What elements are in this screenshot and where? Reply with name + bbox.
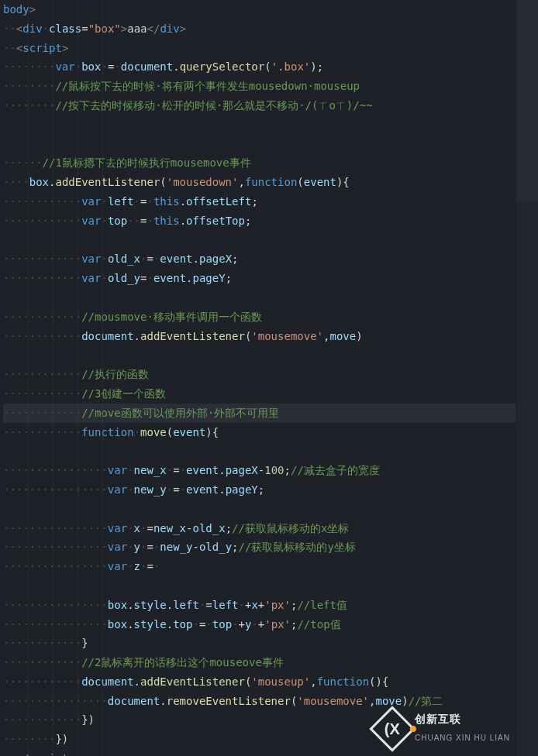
- token-dots: ·: [127, 483, 133, 496]
- code-line[interactable]: ········//鼠标按下去的时候·将有两个事件发生mousedown·mou…: [3, 77, 516, 96]
- token-var: left: [108, 195, 134, 208]
- code-line[interactable]: ················var·x·=new_x-old_x;//获取鼠…: [3, 519, 516, 538]
- code-line[interactable]: ····box.addEventListener('mousedown',fun…: [3, 173, 516, 192]
- code-line[interactable]: [3, 576, 516, 596]
- token-var: document: [121, 60, 173, 73]
- code-line[interactable]: ················var·y·=·new_y-old_y;//获取…: [3, 538, 516, 557]
- code-line[interactable]: [3, 442, 516, 461]
- token-dots: ·: [251, 618, 257, 631]
- code-line[interactable]: [3, 115, 516, 135]
- token-punct: .: [134, 330, 140, 342]
- token-str: 'mousedown': [167, 176, 239, 188]
- token-tag: >: [62, 42, 68, 54]
- token-dots: ·: [205, 618, 212, 631]
- code-line[interactable]: ················var·new_x·=·event.pageX-…: [3, 461, 516, 480]
- token-str: 'mouseup': [251, 675, 310, 688]
- code-line[interactable]: ················box.style.left·=left·+x+…: [3, 596, 516, 615]
- code-line[interactable]: ··<script>: [3, 39, 516, 58]
- code-line[interactable]: ············//mousmove·移动事件调用一个函数: [3, 308, 516, 327]
- token-punct: );: [310, 60, 323, 73]
- code-line[interactable]: ············//执行的函数: [3, 365, 516, 384]
- token-dots: ·: [180, 464, 186, 476]
- token-kw: this: [153, 215, 180, 227]
- code-line[interactable]: [3, 231, 516, 250]
- token-var: new_x: [153, 522, 186, 534]
- code-line[interactable]: ············//2鼠标离开的话移出这个mouseove事件: [3, 653, 516, 672]
- code-line[interactable]: ················box.style.top·=·top·+y·+…: [3, 615, 516, 634]
- code-line[interactable]: [3, 345, 516, 365]
- code-line[interactable]: ················var·new_y·=·event.pageY;: [3, 480, 516, 500]
- code-line[interactable]: [3, 135, 516, 154]
- token-var: y: [134, 541, 140, 553]
- token-var: top: [108, 215, 127, 227]
- token-dots: ·: [147, 215, 153, 227]
- token-elem: div: [22, 22, 42, 35]
- code-line[interactable]: ············var·left·=·this.offsetLeft;: [3, 192, 516, 211]
- code-line[interactable]: ············var·old_y=·event.pageY;: [3, 269, 516, 288]
- code-line[interactable]: body>: [3, 0, 516, 19]
- token-kw: var: [108, 464, 127, 476]
- token-var: document: [81, 675, 133, 688]
- token-fn: addEventListener: [55, 176, 160, 188]
- token-punct: ;: [232, 541, 238, 553]
- code-line[interactable]: ············document.addEventListener('m…: [3, 672, 516, 692]
- code-line[interactable]: ········//按下去的时候移动·松开的时候·那么就是不移动·/(ㄒoㄒ)/…: [3, 96, 516, 115]
- code-line[interactable]: ······//1鼠标摁下去的时候执行mousemove事件: [3, 153, 516, 173]
- token-tag: >: [180, 22, 186, 35]
- token-kw: var: [108, 541, 127, 553]
- code-line[interactable]: ················var·z·=·: [3, 557, 516, 576]
- token-num: 100: [264, 464, 284, 476]
- token-tag: </: [147, 22, 160, 35]
- minimap-viewport-indicator[interactable]: [516, 0, 538, 201]
- code-line[interactable]: ············var·old_x·=·event.pageX;: [3, 249, 516, 269]
- token-dots: ·: [167, 483, 173, 496]
- token-punct: ;: [226, 522, 232, 534]
- token-punct: +: [258, 599, 264, 611]
- token-punct: .: [173, 60, 179, 73]
- token-var: left: [212, 599, 239, 611]
- token-dots: ·: [127, 522, 133, 534]
- code-line[interactable]: [3, 500, 516, 519]
- code-line[interactable]: ··</script>: [3, 749, 516, 756]
- code-line[interactable]: ················document.removeEventList…: [3, 692, 516, 711]
- token-cmt: //mousmove·移动事件调用一个函数: [81, 311, 262, 323]
- token-var: new_y: [160, 541, 192, 553]
- token-cmt: //执行的函数: [81, 368, 149, 380]
- code-line[interactable]: ············function·move(event){: [3, 423, 516, 442]
- token-var: pageY: [226, 483, 258, 496]
- token-tag: >: [29, 3, 36, 15]
- code-line[interactable]: ········var·box·=·document.querySelector…: [3, 57, 516, 77]
- token-punct: }): [81, 713, 95, 726]
- code-line[interactable]: [3, 288, 516, 308]
- code-line[interactable]: ············//move函数可以使用外部·外部不可用里: [3, 404, 516, 423]
- token-punct: -: [258, 464, 264, 476]
- token-var: event: [153, 272, 186, 284]
- token-punct: .: [134, 675, 140, 688]
- token-punct: .: [219, 464, 225, 476]
- code-line[interactable]: ············var·top··=·this.offsetTop;: [3, 211, 516, 231]
- token-punct: .: [180, 215, 186, 227]
- code-line[interactable]: ············document.addEventListener('m…: [3, 327, 516, 346]
- token-punct: =: [173, 483, 179, 496]
- token-var: z: [134, 560, 140, 572]
- code-editor-pane[interactable]: body>··<div·class="box">aaa</div>··<scri…: [0, 0, 516, 756]
- token-kw: var: [108, 522, 127, 534]
- token-tag: >: [121, 22, 127, 35]
- watermark-logo: (X 创新互联 CHUANG XIN HU LIAN: [376, 710, 510, 748]
- token-var: offsetLeft: [186, 195, 251, 208]
- token-var: offsetTop: [186, 215, 245, 227]
- token-var: style: [134, 599, 167, 611]
- token-str: 'px': [264, 599, 291, 611]
- token-punct: }): [55, 733, 68, 745]
- minimap-scrollbar[interactable]: [516, 0, 538, 756]
- token-punct: ){: [205, 426, 219, 438]
- code-line[interactable]: ············//3创建一个函数: [3, 384, 516, 404]
- code-line[interactable]: ············}: [3, 634, 516, 653]
- token-cmt: //move函数可以使用外部·外部不可用里: [81, 407, 279, 419]
- token-str: 'mousemove': [297, 695, 369, 707]
- token-kw: this: [153, 195, 180, 208]
- token-cmt: //left值: [297, 599, 347, 611]
- code-line[interactable]: ··<div·class="box">aaa</div>: [3, 19, 516, 39]
- token-cmt: //1鼠标摁下去的时候执行mousemove事件: [43, 156, 251, 169]
- token-kw: var: [81, 253, 101, 265]
